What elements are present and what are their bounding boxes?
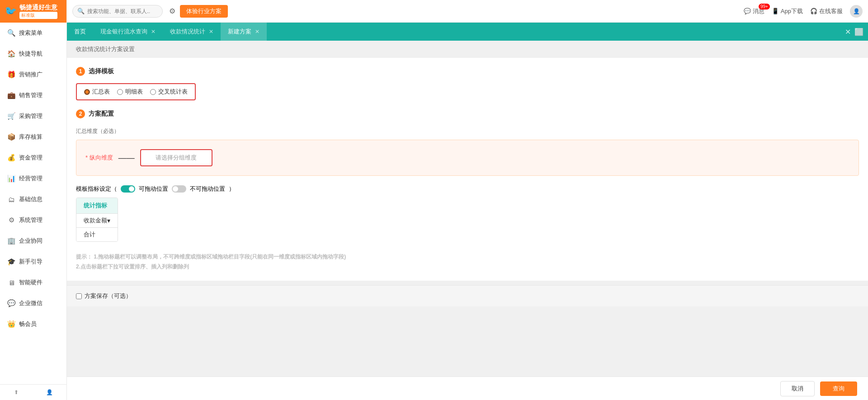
tip-2: 2.点击标题栏下拉可设置排序、插入列和删除列 bbox=[76, 262, 859, 272]
tab-expand-btn[interactable]: ⬜ bbox=[854, 28, 863, 36]
operation-icon: 📊 bbox=[7, 174, 15, 183]
metrics-row-amount-label: 收款金额 bbox=[84, 216, 107, 225]
metrics-table: 统计指标 收款金额 ▾ 合计 bbox=[76, 198, 118, 242]
sidebar-item-label: 经营管理 bbox=[19, 174, 42, 183]
service-icon: 🎧 bbox=[810, 8, 817, 14]
sidebar-item-finance[interactable]: 💰 资金管理 bbox=[0, 147, 66, 168]
template-radio-group: 汇总表 明细表 交叉统计表 bbox=[84, 88, 188, 96]
section2-num: 2 bbox=[76, 109, 85, 118]
metrics-label: 模板指标设定（ bbox=[76, 185, 117, 193]
vertical-label: * 纵向维度 bbox=[85, 154, 113, 162]
tabs-right-actions: ✕ ⬜ bbox=[845, 28, 868, 36]
template-option-detail[interactable]: 明细表 bbox=[117, 88, 143, 96]
draggable-toggle[interactable] bbox=[121, 185, 135, 193]
sidebar-item-quick-nav[interactable]: 🏠 快捷导航 bbox=[0, 43, 66, 64]
sidebar-item-label: 采购管理 bbox=[19, 112, 42, 120]
save-option-label[interactable]: 方案保存（可选） bbox=[76, 292, 859, 300]
sidebar-item-label: 系统管理 bbox=[19, 216, 42, 224]
sidebar-item-purchase[interactable]: 🛒 采购管理 bbox=[0, 106, 66, 127]
sidebar-item-marketing[interactable]: 🎁 营销推广 bbox=[0, 64, 66, 85]
metrics-dropdown-icon[interactable]: ▾ bbox=[107, 217, 110, 224]
template-radio-cross[interactable] bbox=[150, 89, 156, 95]
template-option-cross[interactable]: 交叉统计表 bbox=[150, 88, 188, 96]
save-option-text: 方案保存（可选） bbox=[85, 292, 132, 300]
sidebar-item-hardware[interactable]: 🖥 智能硬件 bbox=[0, 272, 66, 293]
tabs-bar: 首页 现金银行流水查询 ✕ 收款情况统计 ✕ 新建方案 ✕ ✕ ⬜ bbox=[67, 23, 868, 41]
home-label: 首页 bbox=[74, 28, 86, 36]
template-label-detail: 明细表 bbox=[125, 88, 143, 96]
template-radio-detail[interactable] bbox=[117, 89, 123, 95]
tab-bank-flow-close[interactable]: ✕ bbox=[151, 28, 156, 35]
sidebar-item-wechat[interactable]: 💬 企业微信 bbox=[0, 293, 66, 314]
guide-icon: 🎓 bbox=[7, 258, 15, 266]
metrics-section: 模板指标设定（ 可拖动位置 不可拖动位置 ） 统计指标 收款金额 ▾ 合计 bbox=[76, 185, 859, 243]
search-icon: 🔍 bbox=[77, 8, 85, 14]
quick-nav-icon: 🏠 bbox=[7, 50, 15, 58]
tab-close-all-btn[interactable]: ✕ bbox=[845, 28, 851, 36]
sidebar-item-system[interactable]: ⚙ 系统管理 bbox=[0, 210, 66, 231]
main-card: 1 选择模板 汇总表 明细表 bbox=[67, 58, 868, 281]
logo-icon: 🐦 bbox=[5, 5, 17, 17]
sidebar-item-guide[interactable]: 🎓 新手引导 bbox=[0, 251, 66, 272]
template-radio-summary[interactable] bbox=[84, 89, 90, 95]
cancel-button[interactable]: 取消 bbox=[780, 381, 815, 396]
sidebar-item-label: 企业协同 bbox=[19, 237, 42, 245]
section1-num: 1 bbox=[76, 67, 85, 76]
dimension-arrow: —— bbox=[118, 153, 135, 163]
topbar-actions: 💬 消息 99+ 📱 App下载 🎧 在线客服 👤 bbox=[744, 5, 863, 18]
metrics-row-amount[interactable]: 收款金额 ▾ bbox=[76, 213, 118, 227]
template-option-summary[interactable]: 汇总表 bbox=[84, 88, 110, 96]
download-icon: 📱 bbox=[772, 8, 779, 14]
tab-receipt-stats-label: 收款情况统计 bbox=[170, 28, 205, 36]
metrics-close-paren: ） bbox=[229, 185, 235, 193]
gear-icon[interactable]: ⚙ bbox=[169, 7, 175, 15]
sidebar-item-inventory[interactable]: 📦 库存核算 bbox=[0, 127, 66, 147]
sidebar-item-label: 库存核算 bbox=[19, 133, 42, 141]
tip-2-text: 2.点击标题栏下拉可设置排序、插入列和删除列 bbox=[76, 264, 189, 270]
dimension-config: 汇总维度（必选） * 纵向维度 —— 请选择分组维度 bbox=[76, 127, 859, 176]
dimension-placeholder[interactable]: 请选择分组维度 bbox=[140, 149, 212, 166]
save-row: 方案保存（可选） bbox=[67, 285, 868, 306]
sidebar-item-member[interactable]: 👑 畅会员 bbox=[0, 314, 66, 334]
topbar-search-box[interactable]: 🔍 bbox=[72, 5, 163, 18]
inventory-icon: 📦 bbox=[7, 133, 15, 141]
online-service-btn[interactable]: 🎧 在线客服 bbox=[810, 7, 843, 15]
tip-1-text: 1.拖动标题栏可以调整布局，不可跨维度或指标区域拖动栏目字段(只能在同一维度或指… bbox=[94, 254, 346, 260]
trial-button[interactable]: 体验行业方案 bbox=[180, 5, 228, 18]
tab-receipt-stats[interactable]: 收款情况统计 ✕ bbox=[163, 23, 221, 41]
user-avatar[interactable]: 👤 bbox=[850, 5, 863, 18]
sidebar-bottom-up[interactable]: ⬆ bbox=[14, 389, 19, 395]
sidebar-item-search-menu[interactable]: 🔍 搜索菜单 bbox=[0, 23, 66, 43]
notification-count: 99+ bbox=[759, 4, 770, 9]
metrics-row-total[interactable]: 合计 bbox=[76, 227, 118, 241]
tab-bank-flow[interactable]: 现金银行流水查询 ✕ bbox=[93, 23, 163, 41]
search-input[interactable] bbox=[87, 8, 151, 14]
sidebar-item-sales[interactable]: 💼 销售管理 bbox=[0, 85, 66, 106]
page-header: 收款情况统计方案设置 bbox=[67, 41, 868, 58]
logo-text: 畅捷通好生意 bbox=[19, 4, 57, 12]
section2-title: 方案配置 bbox=[89, 110, 114, 118]
save-checkbox[interactable] bbox=[76, 293, 82, 299]
section1-title: 选择模板 bbox=[89, 67, 114, 75]
sidebar-item-label: 基础信息 bbox=[19, 195, 42, 203]
tab-new-plan[interactable]: 新建方案 ✕ bbox=[221, 23, 267, 41]
sidebar-item-enterprise[interactable]: 🏢 企业协同 bbox=[0, 231, 66, 251]
template-selector: 汇总表 明细表 交叉统计表 bbox=[76, 83, 196, 100]
sidebar-item-label: 智能硬件 bbox=[19, 278, 42, 287]
notification-btn[interactable]: 💬 消息 99+ bbox=[744, 7, 764, 15]
basic-info-icon: 🗂 bbox=[7, 195, 15, 203]
tab-receipt-stats-close[interactable]: ✕ bbox=[209, 28, 213, 35]
sidebar-item-label: 畅会员 bbox=[19, 320, 37, 328]
sidebar-bottom-user[interactable]: 👤 bbox=[46, 389, 53, 395]
hardware-icon: 🖥 bbox=[7, 278, 15, 287]
enterprise-icon: 🏢 bbox=[7, 237, 15, 245]
tab-new-plan-close[interactable]: ✕ bbox=[255, 28, 259, 35]
query-button[interactable]: 查询 bbox=[820, 381, 857, 396]
sidebar-item-label: 搜索菜单 bbox=[19, 29, 42, 37]
non-draggable-toggle[interactable] bbox=[172, 185, 186, 193]
sidebar-item-operation[interactable]: 📊 经营管理 bbox=[0, 168, 66, 189]
tab-home[interactable]: 首页 bbox=[67, 23, 93, 41]
sidebar-item-label: 新手引导 bbox=[19, 258, 42, 266]
sidebar-item-basic-info[interactable]: 🗂 基础信息 bbox=[0, 189, 66, 210]
app-download-btn[interactable]: 📱 App下载 bbox=[772, 7, 803, 15]
